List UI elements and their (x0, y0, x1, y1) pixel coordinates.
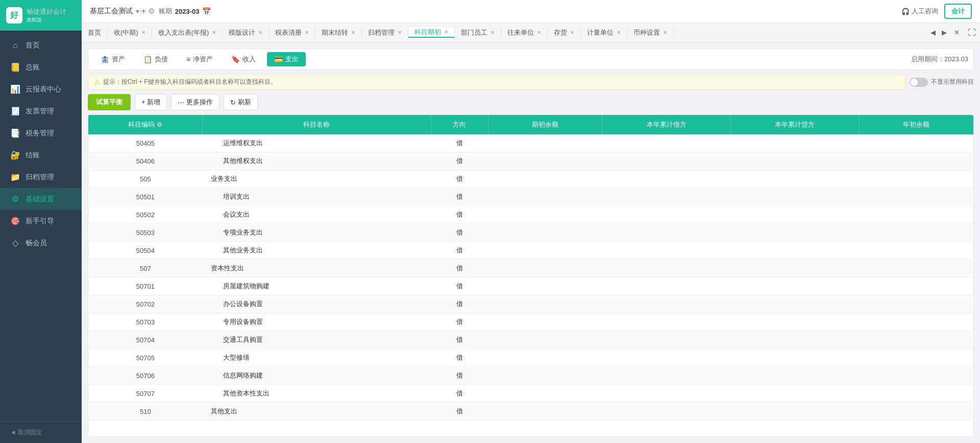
cell-period-balance (488, 170, 602, 188)
cell-code: 505 (88, 170, 203, 188)
refresh-icon: ↻ (230, 99, 236, 106)
cell-code: 50405 (88, 134, 203, 152)
calendar-icon[interactable]: 📅 (202, 7, 211, 15)
table-row[interactable]: 50705大型修缮借 (88, 349, 973, 367)
table-row[interactable]: 50501培训支出借 (88, 188, 973, 206)
subtab-net_asset[interactable]: ≡净资产 (179, 52, 220, 66)
tab-close-tax[interactable]: ✕ (305, 30, 309, 35)
tab-close-dept[interactable]: ✕ (491, 30, 495, 35)
subtab-label-income: 收入 (242, 55, 256, 64)
tab-label-tax: 税表清册 (275, 28, 302, 37)
table-scroll-area[interactable]: 50405运维维权支出借50406其他维权支出借505业务支出借50501培训支… (88, 134, 973, 436)
table-row[interactable]: 50503专项业务支出借 (88, 224, 973, 242)
expand-tabs-btn[interactable]: ⛶ (964, 23, 980, 42)
subtab-icon-expenditure: 💳 (274, 55, 283, 63)
sidebar-item-settings[interactable]: ⚙基础设置 (0, 188, 82, 210)
nav-icon-archive: 📁 (10, 172, 20, 182)
tab-close-income[interactable]: ✕ (212, 30, 216, 35)
sidebar-item-closing[interactable]: 🔐结账 (0, 144, 82, 166)
tab-subject_init[interactable]: 科目期初✕ (408, 28, 455, 38)
subtab-asset[interactable]: 🏦资产 (93, 52, 132, 66)
tab-label-income: 收入支出表(年报) (158, 28, 209, 37)
tab-interim[interactable]: 收(中期)✕ (108, 28, 152, 37)
cell-year-begin (859, 367, 973, 385)
balance-button[interactable]: 试算平衡 (88, 94, 131, 110)
tab-counterpart[interactable]: 往来单位✕ (501, 28, 548, 37)
cell-code: 50704 (88, 331, 203, 349)
sidebar-item-member[interactable]: ◇畅会员 (0, 232, 82, 254)
tab-income[interactable]: 收入支出表(年报)✕ (152, 28, 223, 37)
table-row[interactable]: 50406其他维权支出借 (88, 152, 973, 170)
tab-prev-btn[interactable]: ◀ (927, 29, 939, 36)
sidebar-nav: ⌂首页📒总账📊云报表中心🧾发票管理📑税务管理🔐结账📁归档管理⚙基础设置🎯新手引导… (0, 31, 82, 422)
cell-name: 其他业务支出 (203, 242, 431, 260)
sidebar-item-archive[interactable]: 📁归档管理 (0, 166, 82, 188)
table-row[interactable]: 50504其他业务支出借 (88, 242, 973, 260)
subtab-liability[interactable]: 📋负债 (136, 52, 175, 66)
tab-archive[interactable]: 归档管理✕ (362, 28, 408, 37)
tab-dept[interactable]: 部门员工✕ (455, 28, 501, 37)
tab-close-unit[interactable]: ✕ (617, 30, 621, 35)
tab-close-template[interactable]: ✕ (258, 30, 262, 35)
settings-icon[interactable]: ⚙ (157, 121, 162, 128)
tab-tax[interactable]: 税表清册✕ (269, 28, 315, 37)
table-row[interactable]: 505业务支出借 (88, 170, 973, 188)
tab-template[interactable]: 模版设计✕ (223, 28, 269, 37)
tab-close-currency[interactable]: ✕ (663, 30, 667, 35)
sidebar-item-ledger[interactable]: 📒总账 (0, 56, 82, 78)
refresh-button[interactable]: ↻ 刷新 (224, 94, 258, 110)
table-row[interactable]: 50502会议支出借 (88, 206, 973, 224)
company-dropdown-icon[interactable]: ▾ (136, 7, 139, 15)
tab-unit[interactable]: 计量单位✕ (581, 28, 627, 37)
tab-close-counterpart[interactable]: ✕ (537, 30, 541, 35)
toggle-disabled-subjects[interactable]: 不显示禁用科目 (910, 78, 974, 87)
hint-text: 提示：按Ctrl + F键并输入科目编码或者科目名称可以查找科目。 (103, 78, 277, 86)
add-button[interactable]: + 新增 (135, 94, 167, 110)
cell-debit (602, 152, 731, 170)
table-row[interactable]: 50704交通工具购置借 (88, 331, 973, 349)
tab-close-archive[interactable]: ✕ (398, 30, 402, 35)
table-row[interactable]: 507资本性支出借 (88, 260, 973, 277)
cell-year-begin (859, 295, 973, 313)
table-row[interactable]: 50706信息网络购建借 (88, 367, 973, 385)
tab-close-subject_init[interactable]: ✕ (444, 29, 448, 35)
sidebar-item-report[interactable]: 📊云报表中心 (0, 78, 82, 100)
logo-title: 畅捷通好会计 (27, 7, 66, 16)
company-name[interactable]: 基层工会测试 ▾ (90, 7, 139, 16)
tab-period_end[interactable]: 期末结转✕ (315, 28, 362, 37)
table-row[interactable]: 50701房屋建筑物购建借 (88, 277, 973, 295)
sidebar-collapse-btn[interactable]: ◄ 取消固定 (0, 422, 82, 443)
cell-code: 50701 (88, 277, 203, 295)
subtab-income[interactable]: 🔖收入 (224, 52, 263, 66)
sidebar-item-guide[interactable]: 🎯新手引导 (0, 210, 82, 232)
table-row[interactable]: 510其他支出借 (88, 403, 973, 421)
tab-currency[interactable]: 币种设置✕ (627, 28, 674, 37)
table-row[interactable]: 50703专用设备购置借 (88, 313, 973, 331)
tab-close-inventory[interactable]: ✕ (570, 30, 574, 35)
tab-home[interactable]: 首页 (82, 28, 108, 37)
table-row[interactable]: 50707其他资本性支出借 (88, 385, 973, 403)
tab-close-interim[interactable]: ✕ (141, 30, 145, 35)
tab-inventory[interactable]: 存货✕ (548, 28, 581, 37)
support-btn[interactable]: 🎧 人工咨询 (901, 7, 938, 16)
sidebar-item-invoice[interactable]: 🧾发票管理 (0, 100, 82, 122)
cell-code: 50406 (88, 152, 203, 170)
cell-year-begin (859, 331, 973, 349)
topbar-settings-icon[interactable]: ⚙ (148, 7, 155, 16)
sidebar-item-tax[interactable]: 📑税务管理 (0, 122, 82, 144)
account-button[interactable]: 会计 (944, 4, 972, 19)
cell-direction: 借 (431, 295, 488, 313)
tab-next-btn[interactable]: ▶ (939, 29, 950, 36)
table-row[interactable]: 50702办公设备购置借 (88, 295, 973, 313)
action-bar: 试算平衡 + 新增 ⋯ 更多操作 ↻ 刷新 (88, 94, 974, 110)
subtab-expenditure[interactable]: 💳支出 (267, 52, 306, 66)
add-company-btn[interactable]: + (141, 7, 145, 16)
table-row[interactable]: 50405运维维权支出借 (88, 134, 973, 152)
sidebar-item-home[interactable]: ⌂首页 (0, 35, 82, 56)
close-all-tabs-btn[interactable]: ✕ (950, 23, 964, 42)
tab-close-period_end[interactable]: ✕ (351, 30, 355, 35)
cell-debit (602, 331, 731, 349)
more-button[interactable]: ⋯ 更多操作 (171, 94, 219, 110)
toggle-control[interactable] (910, 78, 928, 87)
subtabs-container: 🏦资产📋负债≡净资产🔖收入💳支出 (93, 52, 308, 66)
